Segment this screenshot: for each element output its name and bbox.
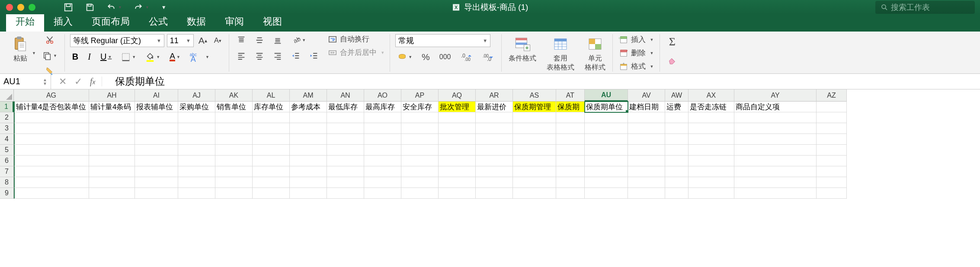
font-name-combo[interactable]: 等线 Regular (正文)▼: [70, 34, 164, 47]
cell-AY2[interactable]: [734, 112, 817, 123]
decrease-decimal-button[interactable]: .00.0: [480, 51, 496, 63]
cell-AH6[interactable]: [89, 156, 135, 166]
decrease-font-button[interactable]: A▾: [212, 35, 224, 46]
cell-AI9[interactable]: [135, 188, 178, 199]
cell-AX1[interactable]: 是否走冻链: [689, 102, 734, 112]
cell-AX5[interactable]: [689, 145, 734, 156]
decrease-indent-button[interactable]: [289, 50, 303, 62]
increase-font-button[interactable]: A▴: [196, 34, 209, 47]
column-header-AG[interactable]: AG: [14, 89, 89, 102]
cell-AO8[interactable]: [364, 177, 401, 188]
cell-AO7[interactable]: [364, 166, 401, 177]
cell-AH4[interactable]: [89, 134, 135, 145]
tab-审阅[interactable]: 审阅: [215, 12, 253, 32]
tab-公式[interactable]: 公式: [139, 12, 177, 32]
cell-AY6[interactable]: [734, 156, 817, 166]
cell-AI7[interactable]: [135, 166, 178, 177]
comma-button[interactable]: 000: [437, 52, 453, 62]
insert-function-button[interactable]: fx: [90, 76, 102, 86]
cell-AP4[interactable]: [401, 134, 439, 145]
cell-AQ2[interactable]: [439, 112, 476, 123]
cell-AQ5[interactable]: [439, 145, 476, 156]
delete-cells-button[interactable]: 删除▼: [618, 48, 654, 58]
row-header-8[interactable]: 8: [0, 177, 14, 188]
column-header-AN[interactable]: AN: [327, 89, 364, 102]
cell-AU1[interactable]: 保质期单位: [585, 102, 628, 112]
tab-数据[interactable]: 数据: [177, 12, 215, 32]
wrap-text-button[interactable]: 自动换行: [328, 34, 384, 44]
row-header-1[interactable]: 1: [0, 102, 14, 112]
chevron-down-icon[interactable]: ▼: [32, 51, 36, 55]
cell-AP7[interactable]: [401, 166, 439, 177]
row-header-9[interactable]: 9: [0, 188, 14, 199]
cell-AO1[interactable]: 最高库存: [364, 102, 401, 112]
column-header-AT[interactable]: AT: [556, 89, 585, 102]
increase-decimal-button[interactable]: .0.00: [458, 51, 474, 63]
cell-AI1[interactable]: 报表辅单位: [135, 102, 178, 112]
cell-AX4[interactable]: [689, 134, 734, 145]
cell-AJ5[interactable]: [178, 145, 215, 156]
cell-AQ8[interactable]: [439, 177, 476, 188]
cell-AJ8[interactable]: [178, 177, 215, 188]
cell-AV4[interactable]: [628, 134, 665, 145]
cell-AK6[interactable]: [215, 156, 253, 166]
cell-AG8[interactable]: [14, 177, 89, 188]
cell-AJ7[interactable]: [178, 166, 215, 177]
cell-AS1[interactable]: 保质期管理: [513, 102, 556, 112]
cell-AZ7[interactable]: [817, 166, 847, 177]
cell-AV9[interactable]: [628, 188, 665, 199]
cell-AN8[interactable]: [327, 177, 364, 188]
cell-AN7[interactable]: [327, 166, 364, 177]
cell-AT3[interactable]: [556, 123, 585, 134]
cell-AV5[interactable]: [628, 145, 665, 156]
cell-AW4[interactable]: [665, 134, 689, 145]
cell-AS2[interactable]: [513, 112, 556, 123]
row-header-2[interactable]: 2: [0, 112, 14, 123]
cell-AN4[interactable]: [327, 134, 364, 145]
format-as-table-button[interactable]: 套用 表格格式: [545, 34, 576, 73]
align-top-button[interactable]: [234, 34, 248, 46]
cell-AL7[interactable]: [253, 166, 290, 177]
cell-AX3[interactable]: [689, 123, 734, 134]
cell-AG1[interactable]: 辅计量4是否包装单位: [14, 102, 89, 112]
column-header-AS[interactable]: AS: [513, 89, 556, 102]
cell-AY4[interactable]: [734, 134, 817, 145]
cell-AR1[interactable]: 最新进价: [476, 102, 513, 112]
cell-AV7[interactable]: [628, 166, 665, 177]
save-button[interactable]: [83, 1, 97, 13]
clear-button[interactable]: [665, 54, 679, 66]
cell-AP9[interactable]: [401, 188, 439, 199]
cell-AU4[interactable]: [585, 134, 628, 145]
column-header-AW[interactable]: AW: [665, 89, 689, 102]
align-bottom-button[interactable]: [271, 34, 285, 46]
formula-input[interactable]: 保质期单位: [110, 75, 980, 88]
cell-AI5[interactable]: [135, 145, 178, 156]
cell-AX2[interactable]: [689, 112, 734, 123]
cell-AO4[interactable]: [364, 134, 401, 145]
row-header-7[interactable]: 7: [0, 166, 14, 177]
column-header-AV[interactable]: AV: [628, 89, 665, 102]
cell-AM9[interactable]: [290, 188, 327, 199]
cell-AQ1[interactable]: 批次管理: [439, 102, 476, 112]
customize-qat-button[interactable]: ▼: [159, 3, 169, 12]
cell-AL3[interactable]: [253, 123, 290, 134]
cell-AQ7[interactable]: [439, 166, 476, 177]
cell-AJ3[interactable]: [178, 123, 215, 134]
zoom-window-button[interactable]: [29, 4, 35, 11]
undo-button[interactable]: ▼: [105, 1, 124, 13]
cell-AL4[interactable]: [253, 134, 290, 145]
cell-AS6[interactable]: [513, 156, 556, 166]
cell-AU6[interactable]: [585, 156, 628, 166]
column-header-AL[interactable]: AL: [253, 89, 290, 102]
cell-AU2[interactable]: [585, 112, 628, 123]
autosum-button[interactable]: Σ: [665, 34, 679, 50]
copy-button[interactable]: ▼: [40, 50, 59, 62]
column-header-AZ[interactable]: AZ: [817, 89, 847, 102]
cell-AW5[interactable]: [665, 145, 689, 156]
cell-AM7[interactable]: [290, 166, 327, 177]
cell-AG2[interactable]: [14, 112, 89, 123]
italic-button[interactable]: I: [86, 51, 93, 63]
cell-AK1[interactable]: 销售单位: [215, 102, 253, 112]
cell-AS3[interactable]: [513, 123, 556, 134]
cell-AH9[interactable]: [89, 188, 135, 199]
